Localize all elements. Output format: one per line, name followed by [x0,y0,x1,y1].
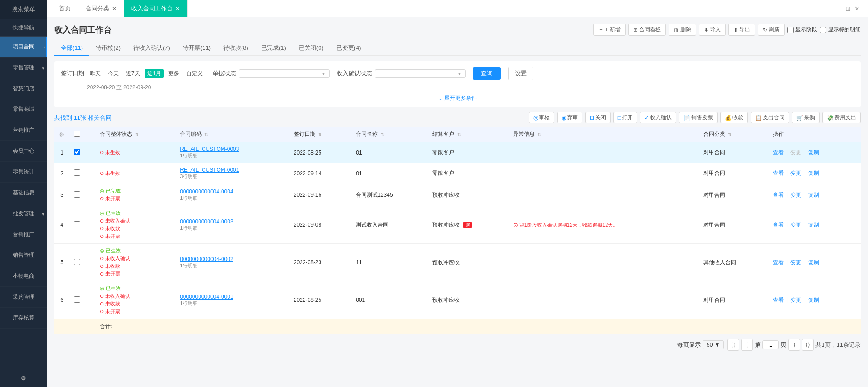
sidebar-item-basic-info[interactable]: 基础信息 [0,183,47,203]
expand-more-button[interactable]: ⌄ 展开更多条件 [438,94,477,102]
open-contract-button[interactable]: □ 打开 [613,112,637,123]
copy-btn-4[interactable]: 复制 [808,221,819,229]
sidebar-item-project-contract[interactable]: 项目合同 › [0,37,47,58]
payment-button[interactable]: 💰 收款 [720,112,748,123]
show-details-checkbox[interactable] [820,27,826,33]
sidebar-item-sales-mgmt[interactable]: 销售管理 [0,245,47,266]
query-button[interactable]: 查询 [473,67,501,80]
sidebar-item-marketing-2[interactable]: 营销推广 [0,224,47,245]
change-btn-1[interactable]: 变更 [790,149,801,156]
row-2-checkbox[interactable] [74,169,80,176]
filter-tab-closed[interactable]: 已关闭(0) [292,41,330,56]
import-button[interactable]: ⬇ 导入 [699,24,726,36]
export-button[interactable]: ⬆ 导出 [728,24,755,36]
change-btn-3[interactable]: 变更 [790,191,801,199]
sidebar-item-wholesale-mgmt[interactable]: 批发管理 ▼ [0,203,47,224]
sidebar-quick-nav[interactable]: 快捷导航 [0,19,47,37]
contract-link-6[interactable]: 0000000000004-0001 [180,294,233,300]
change-btn-6[interactable]: 变更 [790,296,801,304]
contract-link-3[interactable]: 0000000000004-0004 [180,189,233,195]
filter-tab-pending-payment[interactable]: 待收款(8) [217,41,255,56]
filter-tab-pending-income[interactable]: 待收入确认(7) [127,41,176,56]
status-select[interactable]: ▼ [239,69,330,78]
income-confirm-button[interactable]: ✓ 收入确认 [640,112,676,123]
tab-close-income-contract[interactable]: ✕ [175,5,180,12]
refresh-button[interactable]: ↻ 刷新 [758,24,785,36]
sidebar-item-ecommerce[interactable]: 小畅电商 [0,266,47,287]
row-4-checkbox[interactable] [74,221,80,227]
view-btn-3[interactable]: 查看 [773,191,784,199]
confirm-status-select[interactable]: ▼ [375,69,466,78]
review-button[interactable]: ◎ 审核 [529,112,554,123]
expense-contract-button[interactable]: 📋 支出合同 [751,112,789,123]
next-page-button[interactable]: ⟩ [788,339,800,351]
sidebar-item-retail-mall[interactable]: 零售商城 [0,99,47,120]
sales-invoice-button[interactable]: 📄 销售发票 [679,112,718,123]
sidebar-item-inventory[interactable]: 库存核算 [0,308,47,329]
copy-btn-5[interactable]: 复制 [808,259,819,266]
close-contract-button[interactable]: ⊡ 关闭 [585,112,611,123]
contract-link-1[interactable]: RETAIL_CUSTOM-0003 [180,146,239,152]
cancel-review-button[interactable]: ◉ 弃审 [557,112,582,123]
contract-link-2[interactable]: RETAIL_CUSTOM-0001 [180,167,239,173]
contract-link-4[interactable]: 0000000000004-0003 [180,218,233,225]
copy-btn-6[interactable]: 复制 [808,296,819,304]
set-button[interactable]: 设置 [508,67,533,80]
contract-link-5[interactable]: 0000000000004-0002 [180,256,233,262]
view-btn-4[interactable]: 查看 [773,221,784,229]
filter-tab-completed[interactable]: 已完成(1) [255,41,292,56]
delete-button[interactable]: 🗑 删除 [669,24,696,36]
shortcut-today[interactable]: 今天 [105,69,121,78]
purchase-button[interactable]: 🛒 采购 [792,112,820,123]
view-btn-2[interactable]: 查看 [773,169,784,177]
show-details-checkbox-label[interactable]: 显示标的明细 [820,26,861,34]
sidebar-settings[interactable]: ⚙ [0,369,47,387]
sidebar-item-smart-store[interactable]: 智慧门店 [0,78,47,99]
shortcut-yesterday[interactable]: 昨天 [87,69,103,78]
page-number-input[interactable] [762,340,779,349]
page-size-dropdown[interactable]: 50 ▼ [703,340,724,349]
change-btn-5[interactable]: 变更 [790,259,801,266]
kanban-button[interactable]: ⊞ 合同看板 [628,24,666,36]
shortcut-7days[interactable]: 近7天 [123,69,143,78]
restore-window-button[interactable]: ⊡ [845,5,851,12]
copy-btn-1[interactable]: 复制 [808,149,819,156]
sidebar-item-marketing-1[interactable]: 营销推广 [0,120,47,141]
sidebar-item-member[interactable]: 会员中心 [0,141,47,162]
tab-home[interactable]: 首页 [52,0,78,17]
shortcut-more[interactable]: 更多 [165,69,182,78]
row-3-checkbox[interactable] [74,191,80,198]
add-button[interactable]: ＋ + 新增 [593,24,626,36]
filter-tab-pending-invoice[interactable]: 待开票(11) [176,41,217,56]
row-5-checkbox[interactable] [74,259,80,265]
first-page-button[interactable]: ⟨⟨ [727,339,739,351]
close-window-button[interactable]: ✕ [854,5,860,12]
prev-page-button[interactable]: ⟨ [741,339,753,351]
row-6-checkbox[interactable] [74,296,80,303]
change-btn-2[interactable]: 变更 [790,169,801,177]
show-stages-checkbox-label[interactable]: 显示阶段 [787,26,817,34]
sidebar-item-purchase-mgmt[interactable]: 采购管理 [0,287,47,308]
sidebar-item-retail-mgmt[interactable]: 零售管理 ▼ [0,58,47,78]
change-btn-4[interactable]: 变更 [790,221,801,229]
sidebar-search[interactable]: 搜索菜单 [0,0,47,19]
settings-icon[interactable]: ⚙ [59,131,65,138]
show-stages-checkbox[interactable] [787,27,794,33]
view-btn-5[interactable]: 查看 [773,259,784,266]
shortcut-1month[interactable]: 近1月 [145,69,164,78]
filter-tab-pending-review[interactable]: 待审核(2) [89,41,127,56]
filter-tab-all[interactable]: 全部(11) [54,41,89,56]
filter-tab-changed[interactable]: 已变更(4) [330,41,368,56]
cost-button[interactable]: 💸 费用支出 [822,112,861,123]
tab-close-contract-category[interactable]: ✕ [112,5,116,12]
last-page-button[interactable]: ⟩⟩ [802,339,814,351]
sidebar-item-retail-stats[interactable]: 零售统计 [0,162,47,183]
view-btn-1[interactable]: 查看 [773,149,784,156]
tab-contract-category[interactable]: 合同分类 ✕ [78,0,124,17]
copy-btn-3[interactable]: 复制 [808,191,819,199]
shortcut-custom[interactable]: 自定义 [184,69,205,78]
view-btn-6[interactable]: 查看 [773,296,784,304]
select-all-checkbox[interactable] [74,131,80,137]
copy-btn-2[interactable]: 复制 [808,169,819,177]
tab-income-contract[interactable]: 收入合同工作台 ✕ [124,0,188,17]
